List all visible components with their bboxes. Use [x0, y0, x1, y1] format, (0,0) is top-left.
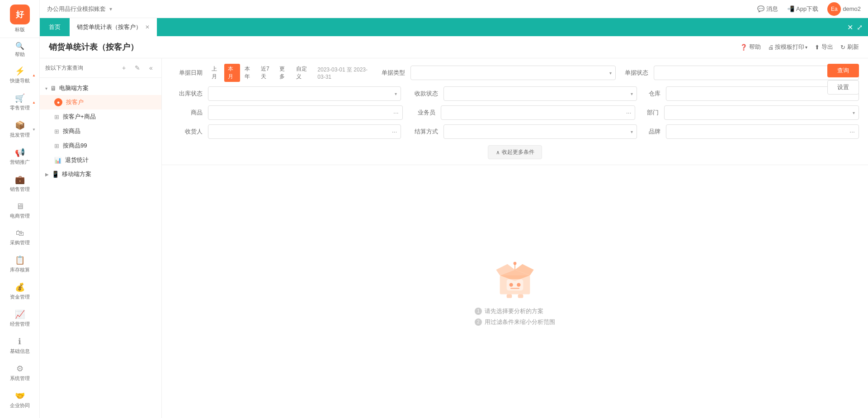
- sidebar-logo[interactable]: 好 标版: [0, 0, 39, 38]
- system-icon: ⚙: [16, 364, 24, 374]
- dept-control[interactable]: ▾: [664, 105, 859, 120]
- topbar-title: 办公用品行业模拟账套: [47, 5, 106, 13]
- date-tab-this-month[interactable]: 本月: [224, 64, 240, 82]
- empty-illustration: 1 请先选择要分析的方案 2 用过滤条件来缩小分析范围: [475, 255, 555, 329]
- sidebar-item-wholesale[interactable]: 📦 批发管理: [0, 116, 39, 143]
- sidebar-item-enterprise[interactable]: 🤝 企业协同: [0, 386, 39, 413]
- date-tab-custom[interactable]: 自定义: [292, 64, 312, 82]
- page-header-actions: ❓ 帮助 🖨 按模板打印 ▾ ⬆ 导出 ↻ 刷新: [740, 43, 859, 51]
- goods-control[interactable]: ···: [208, 105, 403, 120]
- tabbar-right: ✕ ⤢: [847, 23, 868, 32]
- sidebar-item-purchase[interactable]: 🛍 采购管理: [0, 224, 39, 251]
- tree-group-header-mobile[interactable]: ▶ 📱 移动端方案: [40, 167, 161, 181]
- logo-subtitle: 标版: [15, 26, 25, 33]
- print-label: 按模板打印: [775, 43, 804, 51]
- retail-icon: 🛒: [15, 93, 25, 103]
- payment-label: 结算方式: [406, 128, 438, 136]
- settings-btn[interactable]: 设置: [827, 80, 859, 95]
- salesperson-control[interactable]: ···: [441, 105, 636, 120]
- tab-sales-stats-label: 销货单统计表（按客户）: [77, 23, 142, 31]
- topbar-dropdown-btn[interactable]: ▾: [109, 6, 112, 12]
- filter-row-1: 单据日期 上月 本月 本年 近7天 更多 自定义 2023-03-01 至 20…: [171, 64, 859, 82]
- sidebar-item-marketing[interactable]: 📢 营销推广: [0, 143, 39, 170]
- tab-sales-stats[interactable]: 销货单统计表（按客户） ✕: [70, 18, 157, 36]
- collapse-panel-btn[interactable]: «: [146, 63, 156, 73]
- tab-home[interactable]: 首页: [40, 18, 70, 36]
- brand-control[interactable]: ···: [666, 124, 859, 139]
- by-product-label: 按商品: [63, 127, 80, 135]
- collapse-btn[interactable]: ∧ 收起更多条件: [488, 145, 542, 159]
- tree-group-desktop: ▾ 🖥 电脑端方案 ● 按客户 ⊞ 按客户+商品: [40, 81, 161, 167]
- add-scheme-btn[interactable]: +: [119, 63, 129, 73]
- message-label: 消息: [766, 5, 778, 13]
- tab-close-btn[interactable]: ✕: [145, 24, 150, 30]
- sidebar-item-system[interactable]: ⚙ 系统管理: [0, 359, 39, 386]
- basic-label: 基础信息: [10, 348, 30, 355]
- sidebar-nav: ⚡ 快捷导航 🛒 零售管理 📦 批发管理 📢 营销推广 💼 销售管理 🖥 电商管…: [0, 62, 39, 418]
- app-download-btn[interactable]: 📲 App下载: [787, 5, 818, 13]
- tab-home-label: 首页: [49, 23, 61, 31]
- svg-rect-10: [507, 294, 512, 298]
- page-title: 销货单统计表（按客户）: [49, 42, 138, 52]
- export-btn[interactable]: ⬆ 导出: [815, 43, 833, 51]
- user-profile-btn[interactable]: Ea demo2: [827, 2, 861, 16]
- tab-maximize-btn[interactable]: ⤢: [857, 23, 863, 32]
- sidebar-item-retail[interactable]: 🛒 零售管理: [0, 89, 39, 116]
- sidebar-item-inventory[interactable]: 📋 库存核算: [0, 251, 39, 278]
- sidebar-item-finance[interactable]: 💰 资金管理: [0, 278, 39, 305]
- tab-close-all-btn[interactable]: ✕: [847, 23, 853, 32]
- collect-status-label: 收款状态: [406, 90, 438, 98]
- sidebar-item-basic[interactable]: ℹ 基础信息: [0, 332, 39, 359]
- edit-scheme-btn[interactable]: ✎: [132, 63, 142, 73]
- wholesale-icon: 📦: [15, 120, 25, 130]
- collapse-icon: «: [149, 64, 153, 71]
- help-btn[interactable]: ❓ 帮助: [740, 43, 761, 51]
- left-panel: 按以下方案查询 + ✎ « ▾: [40, 58, 162, 418]
- date-tab-this-year[interactable]: 本年: [241, 64, 256, 82]
- by-product-99-label: 按商品99: [63, 142, 87, 150]
- tree-item-by-customer[interactable]: ● 按客户: [40, 95, 161, 109]
- out-status-control[interactable]: ▾: [208, 86, 401, 101]
- sidebar-item-operations[interactable]: 📈 经营管理: [0, 305, 39, 332]
- empty-box-svg: [492, 255, 538, 300]
- sidebar-search[interactable]: 🔍 帮助: [0, 38, 39, 62]
- dept-arrow: ▾: [853, 110, 855, 115]
- wholesale-label: 批发管理: [10, 132, 30, 138]
- receiver-control[interactable]: ···: [208, 124, 401, 139]
- date-tab-last7[interactable]: 近7天: [257, 64, 275, 82]
- empty-box: [492, 255, 538, 300]
- sidebar-item-ecommerce[interactable]: 🖥 电商管理: [0, 197, 39, 224]
- topbar: 办公用品行业模拟账套 ▾ 💬 消息 📲 App下载 Ea demo2: [40, 0, 868, 18]
- logo-icon: 好: [10, 5, 30, 24]
- tree-item-by-product-99[interactable]: ⊞ 按商品99: [40, 138, 161, 153]
- operations-label: 经营管理: [10, 321, 30, 328]
- tree-item-by-product[interactable]: ⊞ 按商品: [40, 124, 161, 138]
- sidebar-item-shortcut[interactable]: ⚡ 快捷导航: [0, 62, 39, 89]
- type-filter-control[interactable]: ▾: [410, 66, 616, 80]
- tip-text-1: 请先选择要分析的方案: [485, 307, 543, 315]
- tree-item-by-customer-product[interactable]: ⊞ 按客户+商品: [40, 109, 161, 124]
- refresh-btn[interactable]: ↻ 刷新: [840, 43, 859, 51]
- tree-item-return-stats[interactable]: 📊 退货统计: [40, 153, 161, 167]
- sidebar-item-newbie[interactable]: 🌱 新手引导: [0, 413, 39, 418]
- tree-group-header-desktop[interactable]: ▾ 🖥 电脑端方案: [40, 81, 161, 95]
- by-customer-product-label: 按客户+商品: [63, 113, 96, 121]
- print-icon: 🖨: [768, 44, 774, 51]
- shortcut-label: 快捷导航: [10, 77, 30, 84]
- payment-arrow: ▾: [631, 129, 633, 134]
- ecommerce-icon: 🖥: [16, 202, 24, 211]
- print-btn[interactable]: 🖨 按模板打印 ▾: [768, 43, 807, 51]
- goods-label: 商品: [171, 109, 203, 117]
- message-btn[interactable]: 💬 消息: [757, 5, 778, 13]
- help-icon: ❓: [740, 44, 747, 51]
- left-panel-label: 按以下方案查询: [45, 64, 115, 72]
- marketing-icon: 📢: [15, 147, 25, 157]
- add-icon: +: [122, 64, 126, 71]
- date-tab-more[interactable]: 更多: [276, 64, 291, 82]
- payment-control[interactable]: ▾: [443, 124, 637, 139]
- collect-status-control[interactable]: ▾: [443, 86, 637, 101]
- action-buttons: 查询 设置: [827, 64, 859, 95]
- date-tab-last-month[interactable]: 上月: [208, 64, 223, 82]
- query-btn[interactable]: 查询: [827, 64, 859, 77]
- sidebar-item-sales[interactable]: 💼 销售管理: [0, 170, 39, 197]
